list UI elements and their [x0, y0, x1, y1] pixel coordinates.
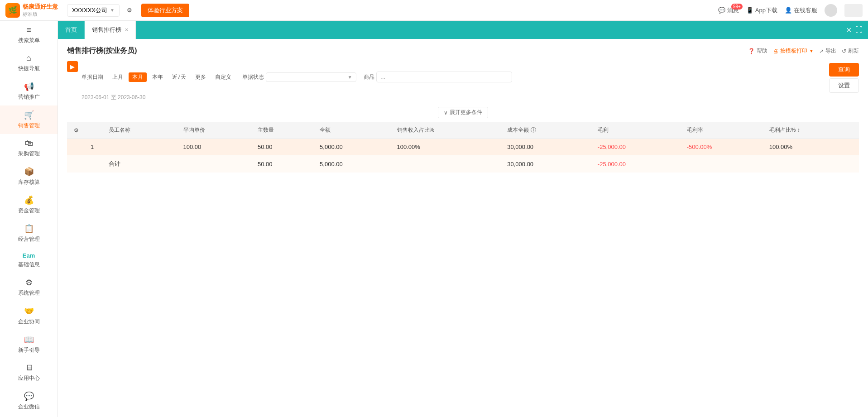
cell-sales-pct: 100.00%	[392, 139, 502, 155]
avatar[interactable]	[825, 4, 837, 17]
message-icon: 💬	[718, 7, 725, 14]
logo-icon: 🌿	[5, 3, 20, 18]
logo-text: 畅康通好生意 标准版	[23, 3, 58, 18]
settings-icon[interactable]: ⚙	[123, 4, 136, 17]
expand-more-button[interactable]: ∨ 展开更多条件	[438, 107, 488, 118]
page-header: 销售排行榜(按业务员) ❓ 帮助 🖨 按模板打印 ▼ ↗	[58, 39, 868, 56]
cell-settings	[67, 139, 85, 155]
online-service-button[interactable]: 👤 在线客服	[785, 6, 817, 14]
sidebar-item-system[interactable]: ⚙ 系统管理	[0, 273, 58, 302]
tab-home[interactable]: 首页	[58, 21, 85, 39]
refresh-button[interactable]: ↺ 刷新	[842, 47, 859, 55]
tab-fullscreen-icon[interactable]: ⛶	[855, 26, 863, 34]
col-sales-pct: 销售收入占比%	[392, 122, 502, 139]
sidebar-item-purchase[interactable]: 🛍 采购管理	[0, 134, 58, 162]
col-qty: 主数量	[252, 122, 314, 139]
table-row: 1 100.00 50.00 5,000.00 100.00% 30,000.0…	[67, 139, 859, 155]
print-arrow-icon: ▼	[809, 48, 814, 53]
sidebar-item-quicknav[interactable]: ⌂ 快捷导航	[0, 49, 58, 77]
sidebar-item-search[interactable]: ≡ 搜索菜单	[0, 21, 58, 49]
export-button[interactable]: ↗ 导出	[819, 47, 836, 55]
help-icon: ❓	[748, 48, 755, 54]
cell-qty: 50.00	[252, 139, 314, 155]
filter-area: ▶ 单据日期 上月 本月 本年 近7天 更多 自定义	[58, 56, 868, 103]
sidebar-item-finance[interactable]: 💰 资金管理	[0, 191, 58, 219]
finance-icon: 💰	[24, 195, 34, 205]
date-tab-custom[interactable]: 自定义	[211, 72, 235, 82]
cell-rank: 1	[85, 139, 103, 155]
print-icon: 🖨	[773, 48, 778, 54]
date-tab-this-year[interactable]: 本年	[149, 72, 167, 82]
sidebar-item-marketing[interactable]: 📢 营销推广	[0, 77, 58, 105]
col-gross-rate: 毛利率	[681, 122, 764, 139]
filter-inner: 单据日期 上月 本月 本年 近7天 更多 自定义 单据状态	[82, 61, 859, 101]
cell-employee-name	[103, 139, 178, 155]
basics-icon: Eam	[23, 252, 35, 259]
col-rank	[85, 122, 103, 139]
page-title: 销售排行榜(按业务员)	[67, 46, 137, 56]
footer-amount: 5,000.00	[314, 155, 391, 173]
help-button[interactable]: ❓ 帮助	[748, 47, 767, 55]
print-button[interactable]: 🖨 按模板打印 ▼	[773, 47, 814, 55]
column-settings-button[interactable]: 设置	[829, 78, 859, 93]
header-actions: ❓ 帮助 🖨 按模板打印 ▼ ↗ 导出 ↺	[748, 47, 859, 55]
tab-sales-ranking[interactable]: 销售排行榜 ×	[85, 21, 136, 39]
tab-bar-right: ✕ ⛶	[846, 26, 868, 34]
guide-icon: 📖	[24, 335, 34, 345]
purchase-icon: 🛍	[25, 139, 33, 148]
export-icon: ↗	[819, 48, 824, 54]
sidebar-item-wechat[interactable]: 💬 企业微信	[0, 387, 58, 415]
sidebar-item-basics[interactable]: Eam 基础信息	[0, 248, 58, 273]
expand-row: ∨ 展开更多条件	[58, 103, 868, 122]
footer-sales-pct	[392, 155, 502, 173]
cell-gross: -25,000.00	[592, 139, 681, 155]
goods-filter: 商品 …	[364, 72, 512, 82]
status-dropdown[interactable]: ▼	[266, 72, 356, 82]
date-status-select[interactable]: 单据状态 ▼	[242, 72, 356, 82]
footer-gross-rate	[681, 155, 764, 173]
sidebar-item-sales[interactable]: 🛒 销售管理	[0, 105, 58, 134]
goods-label: 商品	[364, 73, 374, 81]
wechat-icon: 💬	[24, 391, 34, 401]
table-footer-row: 合计 50.00 5,000.00 30,000.00 -25,000.00	[67, 155, 859, 173]
sidebar-item-management[interactable]: 📋 经营管理	[0, 219, 58, 248]
status-arrow-icon: ▼	[348, 75, 352, 80]
sidebar-item-inventory[interactable]: 📦 库存核算	[0, 162, 58, 191]
col-settings[interactable]: ⚙	[67, 122, 85, 139]
col-gross-pct: 毛利占比% ↕	[764, 122, 859, 139]
date-range-row: 2023-06-01 至 2023-06-30	[82, 93, 859, 101]
goods-dropdown[interactable]: …	[376, 72, 512, 82]
messages-button[interactable]: 💬 消息 99+	[718, 6, 739, 14]
query-button[interactable]: 查询	[829, 63, 859, 77]
top-right: 💬 消息 99+ 📱 App下载 👤 在线客服	[718, 4, 863, 17]
tab-close-window-icon[interactable]: ✕	[846, 26, 852, 34]
footer-gross: -25,000.00	[592, 155, 681, 173]
date-tab-prev-month[interactable]: 上月	[109, 72, 127, 82]
chevron-down-icon: ▼	[110, 8, 115, 13]
company-selector[interactable]: XXXXXX公司 ▼	[67, 4, 120, 17]
user-name	[844, 4, 863, 17]
tab-close-icon[interactable]: ×	[125, 27, 128, 33]
sidebar-item-apps[interactable]: 🖥 应用中心	[0, 359, 58, 387]
date-tab-more[interactable]: 更多	[192, 72, 210, 82]
enterprise-icon: 🤝	[24, 306, 34, 316]
status-label: 单据状态	[242, 73, 264, 81]
date-range-text: 2023-06-01 至 2023-06-30	[82, 94, 859, 101]
sidebar-item-member[interactable]: V 畅会员	[0, 415, 58, 417]
col-avg-price: 平均单价	[178, 122, 253, 139]
sidebar-item-enterprise[interactable]: 🤝 企业协同	[0, 302, 58, 330]
app-download-button[interactable]: 📱 App下载	[746, 6, 777, 14]
col-amount: 全额	[314, 122, 391, 139]
date-tab-7days[interactable]: 近7天	[168, 72, 190, 82]
apps-icon: 🖥	[25, 363, 33, 373]
logo: 🌿 畅康通好生意 标准版	[5, 3, 58, 18]
content-area: 首页 销售排行榜 × ✕ ⛶ 销售排行榜(按业务员) ❓	[58, 21, 868, 417]
filter-toggle-button[interactable]: ▶	[67, 61, 78, 72]
refresh-icon: ↺	[842, 48, 846, 54]
sidebar-item-guide[interactable]: 📖 新手引导	[0, 330, 58, 359]
sidebar: ≡ 搜索菜单 ⌂ 快捷导航 📢 营销推广 🛒 销售管理 🛍 采购管理 📦 库	[0, 21, 58, 417]
trial-button[interactable]: 体验行业方案	[141, 4, 189, 17]
footer-avg-price	[178, 155, 253, 173]
date-tab-this-month[interactable]: 本月	[129, 72, 147, 82]
cell-gross-rate: -500.00%	[681, 139, 764, 155]
